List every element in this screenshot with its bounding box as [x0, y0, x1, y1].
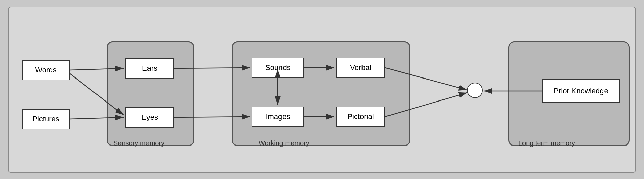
working-memory-region — [232, 41, 410, 146]
verbal-box: Verbal — [336, 58, 385, 78]
working-memory-label: Working memory — [259, 139, 310, 147]
longterm-memory-label: Long term memory — [518, 139, 575, 147]
images-box: Images — [252, 107, 304, 127]
diagram-container: Sensory memory Working memory Long term … — [8, 7, 636, 173]
words-box: Words — [22, 60, 70, 80]
prior-knowledge-box: Prior Knowledge — [542, 79, 620, 103]
sounds-box: Sounds — [252, 58, 304, 78]
eyes-box: Eyes — [125, 107, 174, 128]
pictorial-box: Pictorial — [336, 107, 385, 127]
sensory-memory-label: Sensory memory — [113, 139, 164, 147]
integration-circle — [467, 83, 483, 98]
sensory-memory-region — [107, 41, 194, 146]
ears-box: Ears — [125, 58, 174, 79]
pictures-box: Pictures — [22, 109, 70, 129]
